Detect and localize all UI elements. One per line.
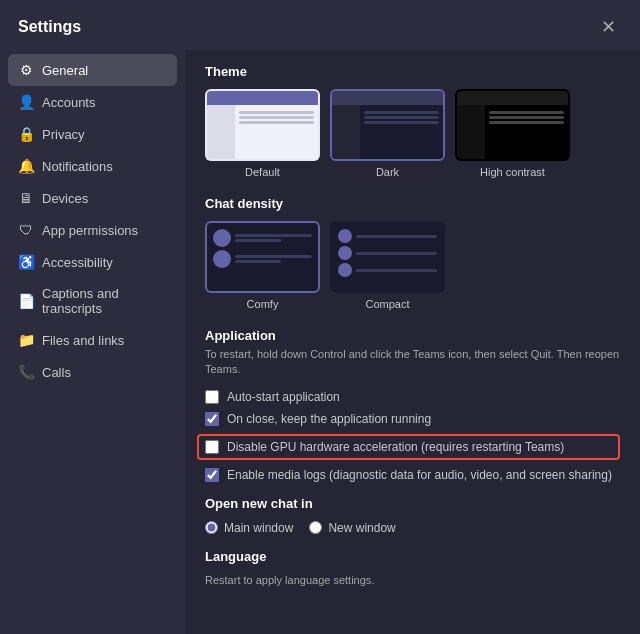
sidebar-label-devices: Devices: [42, 191, 88, 206]
density-option-compact[interactable]: Compact: [330, 221, 445, 310]
density-label-comfy: Comfy: [247, 298, 279, 310]
sidebar-item-accounts[interactable]: 👤 Accounts: [8, 86, 177, 118]
density-line-short: [235, 239, 281, 242]
radio-newwindow[interactable]: New window: [309, 521, 395, 535]
density-line: [235, 234, 312, 237]
density-lines: [356, 252, 437, 255]
theme-option-default[interactable]: Default: [205, 89, 320, 178]
density-avatar-sm: [338, 246, 352, 260]
app-permissions-icon: 🛡: [18, 222, 34, 238]
sidebar-label-general: General: [42, 63, 88, 78]
sidebar-item-notifications[interactable]: 🔔 Notifications: [8, 150, 177, 182]
dialog-title: Settings: [18, 18, 81, 36]
sidebar-label-app-permissions: App permissions: [42, 223, 138, 238]
medialogs-label: Enable media logs (diagnostic data for a…: [227, 468, 612, 482]
sidebar-item-files[interactable]: 📁 Files and links: [8, 324, 177, 356]
density-line: [356, 235, 437, 238]
accounts-icon: 👤: [18, 94, 34, 110]
sidebar-label-files: Files and links: [42, 333, 124, 348]
checkbox-medialogs: Enable media logs (diagnostic data for a…: [205, 468, 620, 482]
radio-row: Main window New window: [205, 521, 620, 535]
density-avatar-sm: [338, 229, 352, 243]
sidebar-item-devices[interactable]: 🖥 Devices: [8, 182, 177, 214]
settings-dialog: Settings ✕ ⚙ General 👤 Accounts 🔒 Privac…: [0, 0, 640, 634]
sidebar-item-privacy[interactable]: 🔒 Privacy: [8, 118, 177, 150]
sidebar-label-calls: Calls: [42, 365, 71, 380]
theme-option-dark[interactable]: Dark: [330, 89, 445, 178]
density-label-compact: Compact: [365, 298, 409, 310]
density-avatar-sm: [338, 263, 352, 277]
sidebar-label-notifications: Notifications: [42, 159, 113, 174]
density-section-title: Chat density: [205, 196, 620, 211]
calls-icon: 📞: [18, 364, 34, 380]
theme-preview-default: [205, 89, 320, 161]
keeprunning-label: On close, keep the application running: [227, 412, 431, 426]
sidebar-item-calls[interactable]: 📞 Calls: [8, 356, 177, 388]
checkbox-disablegpu: Disable GPU hardware acceleration (requi…: [197, 434, 620, 460]
medialogs-checkbox[interactable]: [205, 468, 219, 482]
general-icon: ⚙: [18, 62, 34, 78]
disablegpu-label: Disable GPU hardware acceleration (requi…: [227, 440, 564, 454]
radio-mainwindow[interactable]: Main window: [205, 521, 293, 535]
sidebar-label-accessibility: Accessibility: [42, 255, 113, 270]
sidebar: ⚙ General 👤 Accounts 🔒 Privacy 🔔 Notific…: [0, 50, 185, 634]
checkbox-autostart: Auto-start application: [205, 390, 620, 404]
radio-mainwindow-label: Main window: [224, 521, 293, 535]
sidebar-label-captions: Captions and transcripts: [42, 286, 167, 316]
density-avatar: [213, 229, 231, 247]
dialog-header: Settings ✕: [0, 0, 640, 50]
radio-newwindow-label: New window: [328, 521, 395, 535]
density-lines: [235, 234, 312, 242]
theme-label-dark: Dark: [376, 166, 399, 178]
theme-label-default: Default: [245, 166, 280, 178]
sidebar-item-accessibility[interactable]: ♿ Accessibility: [8, 246, 177, 278]
theme-section-title: Theme: [205, 64, 620, 79]
accessibility-icon: ♿: [18, 254, 34, 270]
density-preview-comfy: [205, 221, 320, 293]
language-title: Language: [205, 549, 620, 564]
sidebar-item-app-permissions[interactable]: 🛡 App permissions: [8, 214, 177, 246]
devices-icon: 🖥: [18, 190, 34, 206]
sidebar-item-general[interactable]: ⚙ General: [8, 54, 177, 86]
density-line: [235, 255, 312, 258]
radio-newwindow-input[interactable]: [309, 521, 322, 534]
open-chat-section: Open new chat in Main window New window: [205, 496, 620, 535]
density-options: Comfy: [205, 221, 620, 310]
language-description: Restart to apply language settings.: [205, 574, 620, 586]
close-button[interactable]: ✕: [595, 14, 622, 40]
application-description: To restart, hold down Control and click …: [205, 347, 620, 378]
theme-options: Default: [205, 89, 620, 178]
radio-mainwindow-input[interactable]: [205, 521, 218, 534]
density-preview-compact: [330, 221, 445, 293]
privacy-icon: 🔒: [18, 126, 34, 142]
density-option-comfy[interactable]: Comfy: [205, 221, 320, 310]
dialog-body: ⚙ General 👤 Accounts 🔒 Privacy 🔔 Notific…: [0, 50, 640, 634]
theme-preview-dark: [330, 89, 445, 161]
sidebar-label-privacy: Privacy: [42, 127, 85, 142]
keeprunning-checkbox[interactable]: [205, 412, 219, 426]
autostart-label: Auto-start application: [227, 390, 340, 404]
disablegpu-checkbox[interactable]: [205, 440, 219, 454]
sidebar-label-accounts: Accounts: [42, 95, 95, 110]
density-lines: [356, 269, 437, 272]
theme-preview-highcontrast: [455, 89, 570, 161]
density-line: [356, 269, 437, 272]
main-content: Theme De: [185, 50, 640, 634]
density-lines: [235, 255, 312, 263]
sidebar-item-captions[interactable]: 📄 Captions and transcripts: [8, 278, 177, 324]
captions-icon: 📄: [18, 293, 34, 309]
density-line-short: [235, 260, 281, 263]
density-line: [356, 252, 437, 255]
density-avatar: [213, 250, 231, 268]
theme-label-highcontrast: High contrast: [480, 166, 545, 178]
autostart-checkbox[interactable]: [205, 390, 219, 404]
notifications-icon: 🔔: [18, 158, 34, 174]
density-lines: [356, 235, 437, 238]
checkbox-keeprunning: On close, keep the application running: [205, 412, 620, 426]
application-section-title: Application: [205, 328, 620, 343]
open-chat-title: Open new chat in: [205, 496, 620, 511]
files-icon: 📁: [18, 332, 34, 348]
language-section: Language Restart to apply language setti…: [205, 549, 620, 586]
theme-option-highcontrast[interactable]: High contrast: [455, 89, 570, 178]
